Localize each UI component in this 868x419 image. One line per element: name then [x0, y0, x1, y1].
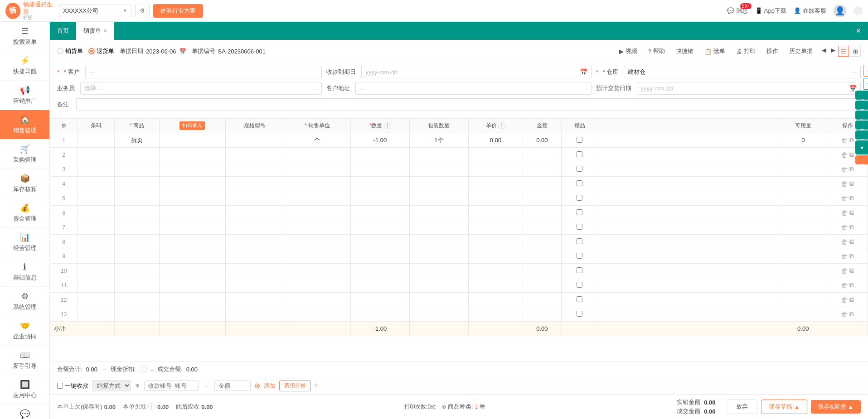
- cell-gift[interactable]: [561, 162, 598, 177]
- float-star-btn[interactable]: ★: [855, 140, 868, 154]
- delete-icon[interactable]: 🗑: [841, 224, 848, 231]
- cell-product[interactable]: [115, 162, 160, 177]
- cell-unit[interactable]: [284, 220, 350, 235]
- delete-icon[interactable]: 🗑: [841, 267, 848, 275]
- delete-icon[interactable]: 🗑: [841, 238, 848, 246]
- delete-icon[interactable]: 🗑: [841, 209, 848, 217]
- cell-price[interactable]: [468, 162, 523, 177]
- sidebar-item-quicknav[interactable]: ⚡ 快捷导航: [0, 51, 49, 81]
- cell-gift[interactable]: [561, 264, 598, 278]
- cell-qty[interactable]: [350, 162, 409, 177]
- float-history-btn[interactable]: 历史: [855, 111, 868, 120]
- copy-icon[interactable]: ⧉: [849, 136, 854, 144]
- cell-spec[interactable]: [225, 264, 284, 278]
- sidebar-item-purchase[interactable]: 🛒 采购管理: [0, 140, 49, 169]
- cell-spec[interactable]: [225, 133, 284, 148]
- cell-unit[interactable]: [284, 235, 350, 249]
- cell-price[interactable]: [468, 293, 523, 307]
- cell-pack-qty[interactable]: [410, 148, 469, 162]
- one-click-payment-checkbox[interactable]: 一键收款: [57, 382, 88, 390]
- add-payment-icon[interactable]: ⊕: [254, 381, 260, 390]
- gift-checkbox[interactable]: [577, 238, 582, 244]
- delete-icon[interactable]: 🗑: [841, 296, 848, 303]
- th-settings[interactable]: ⚙: [50, 119, 78, 133]
- delete-icon[interactable]: 🗑: [841, 137, 848, 144]
- cell-amount[interactable]: [523, 293, 561, 307]
- delete-icon[interactable]: 🗑: [841, 253, 848, 260]
- cell-pack-qty[interactable]: [410, 162, 469, 177]
- delete-icon[interactable]: 🗑: [841, 180, 848, 188]
- gift-checkbox[interactable]: [577, 282, 582, 288]
- cell-amount[interactable]: [523, 307, 561, 322]
- cell-amount[interactable]: [523, 249, 561, 264]
- cell-product[interactable]: [115, 235, 160, 249]
- salesperson-input[interactable]: 选择... ···: [80, 82, 322, 95]
- save-new-button[interactable]: 保存&新增 ▲: [811, 400, 861, 414]
- cell-qty[interactable]: [350, 264, 409, 278]
- gift-checkbox[interactable]: [577, 166, 582, 172]
- cell-amount[interactable]: 0.00: [523, 133, 561, 148]
- cell-barcode[interactable]: [78, 235, 115, 249]
- cell-remarks[interactable]: [598, 177, 779, 191]
- payment-date-input[interactable]: yyyy-mm-dd 📅: [361, 66, 591, 78]
- cell-qty[interactable]: -1.00: [350, 133, 409, 148]
- cell-gift[interactable]: [561, 278, 598, 293]
- cell-price[interactable]: [468, 307, 523, 322]
- cell-spec[interactable]: [225, 293, 284, 307]
- app-download-button[interactable]: 📱 App下载: [755, 7, 786, 15]
- cell-unit[interactable]: [284, 264, 350, 278]
- cell-qty[interactable]: [350, 293, 409, 307]
- copy-icon[interactable]: ⧉: [849, 165, 854, 173]
- next-icon[interactable]: ▶: [829, 46, 837, 57]
- cell-price[interactable]: [468, 206, 523, 220]
- cell-pack-qty[interactable]: [410, 307, 469, 322]
- sidebar-item-basic[interactable]: ℹ 基础信息: [0, 257, 49, 287]
- cell-product[interactable]: [115, 191, 160, 206]
- cell-gift[interactable]: [561, 220, 598, 235]
- cell-spec[interactable]: [225, 235, 284, 249]
- cell-remarks[interactable]: [598, 249, 779, 264]
- float-lock-btn[interactable]: 锁屏: [855, 101, 868, 110]
- tab-close-icon[interactable]: ×: [104, 28, 107, 34]
- copy-icon[interactable]: ⧉: [849, 281, 854, 289]
- cell-barcode[interactable]: [78, 177, 115, 191]
- cell-gift[interactable]: [561, 191, 598, 206]
- gift-checkbox[interactable]: [577, 311, 582, 317]
- cell-remarks[interactable]: [598, 307, 779, 322]
- cell-price[interactable]: [468, 264, 523, 278]
- cell-barcode[interactable]: [78, 162, 115, 177]
- cell-barcode[interactable]: [78, 249, 115, 264]
- cell-amount[interactable]: [523, 278, 561, 293]
- cell-barcode[interactable]: [78, 293, 115, 307]
- video-button[interactable]: ▶ 视频: [616, 45, 641, 57]
- sidebar-item-guide[interactable]: 📖 新手引导: [0, 346, 49, 375]
- cell-product[interactable]: [115, 148, 160, 162]
- cell-qty[interactable]: [350, 206, 409, 220]
- remark-input[interactable]: [76, 98, 861, 111]
- cell-qty[interactable]: [350, 191, 409, 206]
- sidebar-item-operation[interactable]: 📊 经营管理: [0, 228, 49, 257]
- cell-barcode[interactable]: [78, 264, 115, 278]
- cell-unit[interactable]: [284, 307, 350, 322]
- cell-gift[interactable]: [561, 307, 598, 322]
- cell-spec[interactable]: [225, 177, 284, 191]
- cell-product[interactable]: [115, 220, 160, 235]
- copy-icon[interactable]: ⧉: [849, 209, 854, 217]
- sidebar-item-sales[interactable]: 🏠 销售管理: [0, 110, 49, 140]
- cell-amount[interactable]: [523, 148, 561, 162]
- delete-icon[interactable]: 🗑: [841, 195, 848, 202]
- cell-spec[interactable]: [225, 220, 284, 235]
- cell-qty[interactable]: [350, 307, 409, 322]
- cell-remarks[interactable]: [598, 148, 779, 162]
- select-button[interactable]: 📋 选单: [701, 45, 729, 57]
- cell-amount[interactable]: [523, 191, 561, 206]
- cell-gift[interactable]: [561, 249, 598, 264]
- cell-remarks[interactable]: [598, 162, 779, 177]
- warehouse-input[interactable]: 建材仓 ···: [624, 66, 861, 78]
- cell-price[interactable]: [468, 191, 523, 206]
- cell-qty[interactable]: [350, 148, 409, 162]
- cell-gift[interactable]: [561, 133, 598, 148]
- cell-product[interactable]: [115, 249, 160, 264]
- cell-price[interactable]: [468, 177, 523, 191]
- sidebar-item-system[interactable]: ⚙ 系统管理: [0, 287, 49, 316]
